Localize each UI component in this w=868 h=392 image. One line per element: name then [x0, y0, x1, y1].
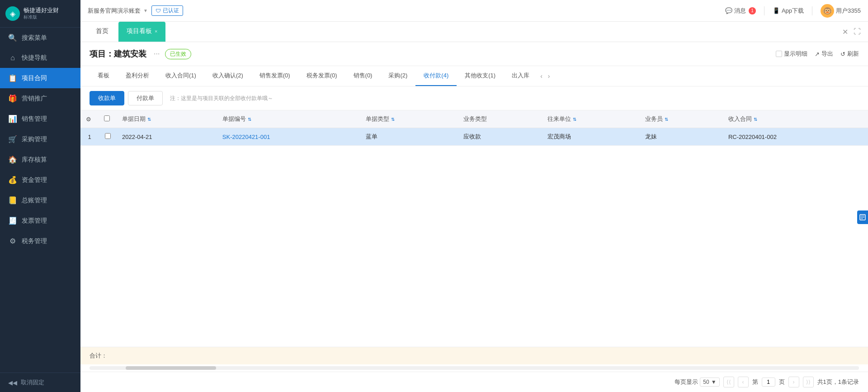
message-button[interactable]: 💬 消息 1 [725, 7, 756, 15]
sidebar-item-search[interactable]: 🔍 搜索菜单 [0, 28, 80, 48]
sidebar-item-ledger[interactable]: 📒 总账管理 [0, 190, 80, 210]
topbar: 新服务官网演示账套 ▼ 🛡 已认证 💬 消息 1 📱 App下载 🐵 用 [80, 0, 868, 22]
pin-icon: ◀◀ [8, 379, 17, 386]
refresh-button[interactable]: ↺ 刷新 [840, 50, 859, 58]
contract-icon: 📋 [8, 74, 17, 82]
row-income-contract: RC-20220401-002 [723, 128, 868, 146]
note-icon [859, 214, 866, 220]
data-table: ⚙ 单据日期 ⇅ [80, 110, 868, 146]
tab-home[interactable]: 首页 [88, 22, 117, 42]
subnav-inout[interactable]: 出入库 [504, 66, 538, 86]
next-page-button[interactable]: › [788, 377, 799, 387]
account-selector[interactable]: 新服务官网演示账套 ▼ [88, 7, 148, 15]
subnav-tax-invoice[interactable]: 税务发票(0) [298, 66, 345, 86]
window-close-button[interactable]: ✕ [842, 28, 848, 36]
last-page-button[interactable]: ⟩⟩ [803, 377, 814, 387]
cancel-pin-button[interactable]: ◀◀ 取消固定 [0, 373, 80, 392]
shield-icon: 🛡 [156, 8, 161, 14]
row-biz-type: 应收款 [458, 128, 542, 146]
tab-project-board[interactable]: 项目看板 × [118, 22, 165, 42]
column-salesperson[interactable]: 业务员 ⇅ [640, 110, 723, 128]
account-name: 新服务官网演示账套 [88, 7, 141, 15]
gear-icon: ⚙ [86, 116, 91, 123]
sidebar-item-purchase[interactable]: 🛒 采购管理 [0, 129, 80, 149]
subnav-payment[interactable]: 收付款(4) [415, 66, 457, 86]
per-page-select[interactable]: 50 ▼ [700, 378, 719, 387]
select-all-checkbox[interactable] [104, 115, 110, 121]
phone-icon: 📱 [773, 7, 780, 14]
column-partner[interactable]: 往来单位 ⇅ [542, 110, 640, 128]
sort-type-icon: ⇅ [391, 117, 395, 122]
main-area: 新服务官网演示账套 ▼ 🛡 已认证 💬 消息 1 📱 App下载 🐵 用 [80, 0, 868, 392]
column-income-contract[interactable]: 收入合同 ⇅ [723, 110, 868, 128]
sales-icon: 📊 [8, 115, 17, 123]
project-more-button[interactable]: ··· [154, 50, 160, 58]
sidebar-item-inventory[interactable]: 🏠 库存核算 [0, 149, 80, 170]
certified-badge: 🛡 已认证 [151, 5, 183, 16]
detail-checkbox[interactable] [776, 51, 782, 57]
message-icon: 💬 [725, 7, 732, 14]
invoice-icon: 🧾 [8, 216, 17, 225]
column-biz-type: 业务类型 [458, 110, 542, 128]
payment-tab-button[interactable]: 付款单 [128, 91, 163, 105]
row-date: 2022-04-21 [117, 128, 217, 146]
sidebar-item-quicknav[interactable]: ⌂ 快捷导航 [0, 48, 80, 68]
window-maximize-button[interactable]: ⛶ [854, 28, 861, 36]
page-size-selector[interactable]: 每页显示 50 ▼ [675, 378, 719, 387]
sidebar-item-marketing[interactable]: 🎁 营销推广 [0, 88, 80, 109]
subnav-income-confirm[interactable]: 收入确认(2) [204, 66, 251, 86]
chevron-down-icon: ▼ [711, 379, 717, 385]
subnav-income-contract[interactable]: 收入合同(1) [157, 66, 204, 86]
scrollbar-row [80, 364, 868, 372]
column-type[interactable]: 单据类型 ⇅ [360, 110, 458, 128]
row-type: 蓝单 [360, 128, 458, 146]
sort-date-icon: ⇅ [147, 117, 151, 122]
subnav-arrow-left[interactable]: ‹ [538, 69, 545, 83]
subnav-other[interactable]: 其他收支(1) [457, 66, 504, 86]
row-number[interactable]: SK-20220421-001 [217, 128, 361, 146]
receipt-tab-button[interactable]: 收款单 [90, 91, 124, 105]
column-number[interactable]: 单据编号 ⇅ [217, 110, 361, 128]
subnav-profit[interactable]: 盈利分析 [118, 66, 157, 86]
subnav-kanban[interactable]: 看板 [90, 66, 118, 86]
home-icon: ⌂ [8, 54, 17, 62]
row-select-checkbox[interactable] [105, 133, 111, 139]
sidebar-item-tax[interactable]: ⚙ 税务管理 [0, 231, 80, 251]
sort-salesperson-icon: ⇅ [665, 117, 668, 122]
sidebar-item-capital[interactable]: 💰 资金管理 [0, 170, 80, 190]
export-button[interactable]: ↗ 导出 [815, 50, 833, 58]
row-partner: 宏茂商场 [542, 128, 640, 146]
tabbar: 首页 项目看板 × ✕ ⛶ [80, 22, 868, 42]
subnav-sales-invoice[interactable]: 销售发票(0) [251, 66, 298, 86]
chevron-down-icon: ▼ [143, 8, 148, 13]
subnav-arrow-right[interactable]: › [545, 69, 553, 83]
sidebar-item-sales[interactable]: 📊 销售管理 [0, 109, 80, 129]
subtab-note: 注：这里是与项目关联的全部收付款单哦～ [170, 95, 273, 102]
column-date[interactable]: 单据日期 ⇅ [117, 110, 217, 128]
topbar-right: 💬 消息 1 📱 App下载 🐵 用户3355 [725, 4, 861, 18]
column-checkbox [99, 110, 117, 128]
inventory-icon: 🏠 [8, 155, 17, 164]
row-checkbox[interactable] [99, 128, 117, 146]
sidebar-item-contract[interactable]: 📋 项目合同 [0, 68, 80, 88]
subnav-sales[interactable]: 销售(0) [345, 66, 381, 86]
logo-icon: ◈ [5, 6, 20, 21]
user-profile[interactable]: 🐵 用户3355 [821, 4, 861, 18]
prev-page-button[interactable]: ‹ [738, 377, 749, 387]
sidebar-item-invoice-mgr[interactable]: 🧾 发票管理 [0, 210, 80, 231]
subnav-purchase[interactable]: 采购(2) [380, 66, 415, 86]
right-float-button[interactable] [857, 210, 868, 224]
tab-close-icon[interactable]: × [155, 29, 157, 34]
sort-partner-icon: ⇅ [573, 117, 576, 122]
row-number-link[interactable]: SK-20220421-001 [222, 134, 270, 140]
horizontal-scrollbar[interactable] [90, 366, 859, 370]
show-detail-toggle[interactable]: 显示明细 [776, 50, 807, 58]
column-gear[interactable]: ⚙ [80, 110, 99, 128]
app-download-button[interactable]: 📱 App下载 [773, 7, 804, 15]
first-page-button[interactable]: ⟨⟨ [723, 377, 734, 387]
project-status-badge: 已生效 [165, 49, 191, 59]
page-number-input[interactable] [762, 378, 775, 387]
table-row[interactable]: 1 2022-04-21 SK-20220421-001 蓝单 应收款 宏茂商场 [80, 128, 868, 146]
table-container: ⚙ 单据日期 ⇅ [80, 110, 868, 347]
scrollbar-thumb[interactable] [126, 366, 216, 370]
